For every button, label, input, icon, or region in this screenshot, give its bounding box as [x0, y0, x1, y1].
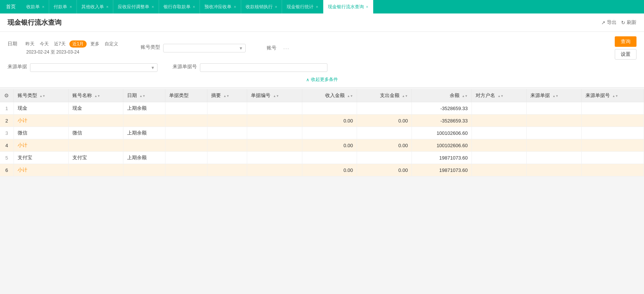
cell-source-doc [527, 152, 581, 164]
date-shortcuts: 昨天 今天 近7天 近1月 更多 自定义 [24, 40, 120, 48]
cell-counterpart [472, 164, 527, 176]
cell-doc-type [165, 139, 207, 152]
page-header: 现金银行流水查询 ↗ 导出 ↻ 刷新 [0, 13, 644, 32]
sort-icon-expense[interactable]: ▲▼ [402, 95, 408, 98]
cell-counterpart [472, 152, 527, 164]
cell-account-type: 小计 [14, 164, 68, 176]
close-icon-0[interactable]: × [42, 4, 44, 9]
cell-source-doc [527, 139, 581, 152]
cell-doc-no [247, 127, 302, 139]
cell-date [123, 139, 165, 152]
close-icon-5[interactable]: × [234, 4, 236, 9]
more-btn[interactable]: 更多 [89, 40, 101, 48]
today-btn[interactable]: 今天 [38, 40, 50, 48]
nav-tab-5[interactable]: 预收冲应收单 × [200, 0, 241, 13]
nav-home[interactable]: 首页 [0, 0, 22, 13]
close-icon-1[interactable]: × [69, 4, 72, 9]
cell-summary [207, 127, 247, 139]
export-label: 导出 [607, 19, 617, 26]
nav-tab-0[interactable]: 收款单 × [22, 0, 49, 13]
nav-tab-8[interactable]: 现金银行流水查询 × [323, 0, 373, 13]
nav-tab-6[interactable]: 收款核销执行 × [241, 0, 282, 13]
close-icon-8[interactable]: × [366, 4, 368, 9]
nav-tab-7[interactable]: 现金银行统计 × [282, 0, 323, 13]
close-icon-4[interactable]: × [193, 4, 195, 9]
table-body: 1 现金 现金 上期余额 -3528659.33 2 小计 0.00 0.00 … [0, 102, 644, 176]
close-icon-7[interactable]: × [316, 4, 318, 9]
close-icon-6[interactable]: × [275, 4, 277, 9]
cell-expense: 0.00 [357, 115, 412, 127]
cell-index: 5 [0, 152, 14, 164]
cell-date [123, 115, 165, 127]
nav-tab-1[interactable]: 付款单 × [49, 0, 77, 13]
cell-balance: 19871073.60 [412, 152, 472, 164]
refresh-icon: ↻ [621, 20, 625, 25]
cell-counterpart [472, 102, 527, 115]
source-doc-no-input[interactable] [200, 63, 327, 72]
th-doc-type: 单据类型 [165, 89, 207, 102]
sort-icon-account-name[interactable]: ▲▼ [94, 95, 100, 98]
account-type-select[interactable]: ▾ [163, 44, 246, 52]
cell-income [302, 127, 357, 139]
sort-icon-summary[interactable]: ▲▼ [224, 95, 230, 98]
export-button[interactable]: ↗ 导出 [601, 19, 617, 26]
close-icon-2[interactable]: × [106, 4, 108, 9]
cell-date: 上期余额 [123, 152, 165, 164]
th-counterpart: 对方户名 ▲▼ [472, 89, 527, 102]
nav-tab-label-4: 银行存取款单 [164, 4, 191, 10]
th-doc-no: 单据编号 ▲▼ [247, 89, 302, 102]
sort-icon-date[interactable]: ▲▼ [140, 95, 146, 98]
sort-icon-income[interactable]: ▲▼ [347, 95, 353, 98]
sort-icon-account-type[interactable]: ▲▼ [39, 95, 45, 98]
cell-summary [207, 115, 247, 127]
table-row: 4 小计 0.00 0.00 100102606.60 [0, 139, 644, 152]
th-source-doc-no-label: 来源单据号 [585, 93, 610, 98]
settings-button[interactable]: 设置 [615, 49, 636, 60]
query-button[interactable]: 查询 [615, 36, 636, 47]
cell-index: 3 [0, 127, 14, 139]
cell-doc-no [247, 115, 302, 127]
cell-account-name: 微信 [68, 127, 123, 139]
near1month-btn[interactable]: 近1月 [69, 40, 87, 48]
cell-income: 0.00 [302, 164, 357, 176]
custom-btn[interactable]: 自定义 [103, 40, 120, 48]
cell-index: 2 [0, 115, 14, 127]
cell-doc-type [165, 152, 207, 164]
date-filter-group: 日期 昨天 今天 近7天 近1月 更多 自定义 2023-02-24 至 202… [8, 40, 120, 55]
cell-summary [207, 152, 247, 164]
th-account-name-label: 账号名称 [72, 93, 92, 98]
collapse-bar[interactable]: ∧ 收起更多条件 [8, 75, 636, 84]
close-icon-3[interactable]: × [152, 4, 154, 9]
nav-tab-2[interactable]: 其他收入单 × [77, 0, 113, 13]
table-row: 2 小计 0.00 0.00 -3528659.33 [0, 115, 644, 127]
account-dots[interactable]: ... [283, 45, 290, 50]
th-income: 收入金额 ▲▼ [302, 89, 357, 102]
sort-icon-doc-no[interactable]: ▲▼ [273, 95, 279, 98]
sort-icon-counterpart[interactable]: ▲▼ [498, 95, 504, 98]
th-counterpart-label: 对方户名 [476, 93, 495, 98]
refresh-button[interactable]: ↻ 刷新 [621, 19, 636, 26]
cell-doc-type [165, 115, 207, 127]
nav-tab-label-6: 收款核销执行 [246, 4, 273, 10]
sort-icon-balance[interactable]: ▲▼ [462, 95, 468, 98]
source-doc-select[interactable]: ▾ [30, 63, 158, 72]
sort-icon-source-doc-no[interactable]: ▲▼ [612, 95, 618, 98]
table-row: 1 现金 现金 上期余额 -3528659.33 [0, 102, 644, 115]
date-filter-label: 日期 [8, 40, 21, 47]
source-doc-group: 来源单据 ▾ [8, 63, 158, 72]
sort-icon-source-doc[interactable]: ▲▼ [552, 95, 558, 98]
cell-account-type: 小计 [14, 139, 68, 152]
th-balance: 余额 ▲▼ [412, 89, 472, 102]
th-doc-type-label: 单据类型 [169, 93, 189, 98]
cell-balance: 19871073.60 [412, 164, 472, 176]
yesterday-btn[interactable]: 昨天 [24, 40, 36, 48]
near7-btn[interactable]: 近7天 [53, 40, 67, 48]
th-source-doc-label: 来源单据 [530, 93, 550, 98]
gear-icon[interactable]: ⚙ [4, 93, 9, 98]
source-doc-label: 来源单据 [8, 63, 27, 70]
nav-tab-3[interactable]: 应收应付调整单 × [113, 0, 159, 13]
account-type-label: 账号类型 [141, 44, 160, 51]
cell-summary [207, 139, 247, 152]
nav-tab-4[interactable]: 银行存取款单 × [159, 0, 200, 13]
chevron-down-icon2: ▾ [152, 65, 154, 70]
